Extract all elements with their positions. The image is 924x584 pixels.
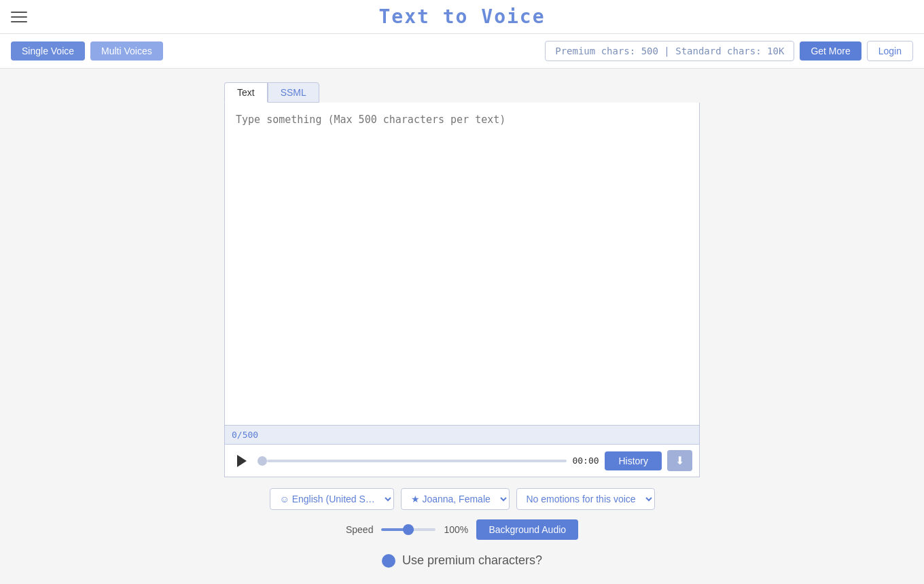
char-count: 0/500 — [225, 425, 699, 444]
header: Text to Voice — [0, 0, 924, 34]
language-select[interactable]: ☺ English (United S… — [270, 488, 394, 510]
progress-bar[interactable] — [257, 456, 567, 466]
voice-options: ☺ English (United S… ★ Joanna, Female No… — [224, 488, 700, 510]
tab-ssml[interactable]: SSML — [268, 82, 319, 103]
speed-value: 100% — [444, 524, 468, 535]
play-icon — [237, 455, 247, 467]
multi-voices-button[interactable]: Multi Voices — [90, 41, 163, 61]
main-content: Text SSML 0/500 00:00 History ⬇ — [0, 69, 924, 583]
chars-info: Premium chars: 500 | Standard chars: 10K — [545, 41, 794, 61]
editor-container: Text SSML 0/500 00:00 History ⬇ — [224, 82, 700, 570]
speed-label: Speed — [346, 524, 373, 535]
menu-icon[interactable] — [11, 12, 27, 22]
get-more-button[interactable]: Get More — [800, 41, 861, 61]
play-button[interactable] — [232, 451, 252, 471]
premium-toggle[interactable] — [382, 554, 395, 568]
editor-tabs: Text SSML — [224, 82, 700, 103]
single-voice-button[interactable]: Single Voice — [11, 41, 85, 61]
time-display: 00:00 — [572, 456, 599, 466]
page-title: Text to Voice — [378, 5, 545, 28]
audio-controls: 00:00 History ⬇ — [224, 445, 700, 477]
speed-slider-container — [381, 528, 436, 531]
emotion-select[interactable]: No emotions for this voice — [516, 488, 655, 510]
history-button[interactable]: History — [605, 451, 662, 470]
premium-text: Use premium characters? — [402, 553, 542, 568]
voice-mode-buttons: Single Voice Multi Voices — [11, 41, 163, 61]
premium-row: Use premium characters? — [224, 553, 700, 568]
speed-slider[interactable] — [381, 528, 436, 531]
speed-row: Speed 100% Background Audio — [224, 519, 700, 540]
text-input[interactable] — [225, 103, 699, 422]
download-button[interactable]: ⬇ — [667, 450, 692, 471]
voice-select[interactable]: ★ Joanna, Female — [401, 488, 510, 510]
textarea-wrapper: 0/500 — [224, 103, 700, 445]
download-icon: ⬇ — [675, 454, 684, 467]
tab-text[interactable]: Text — [224, 82, 268, 103]
toolbar-right: Premium chars: 500 | Standard chars: 10K… — [545, 41, 913, 61]
login-button[interactable]: Login — [867, 41, 913, 61]
progress-thumb — [257, 456, 267, 466]
toolbar: Single Voice Multi Voices Premium chars:… — [0, 34, 924, 69]
progress-track — [267, 460, 567, 462]
background-audio-button[interactable]: Background Audio — [476, 519, 578, 540]
